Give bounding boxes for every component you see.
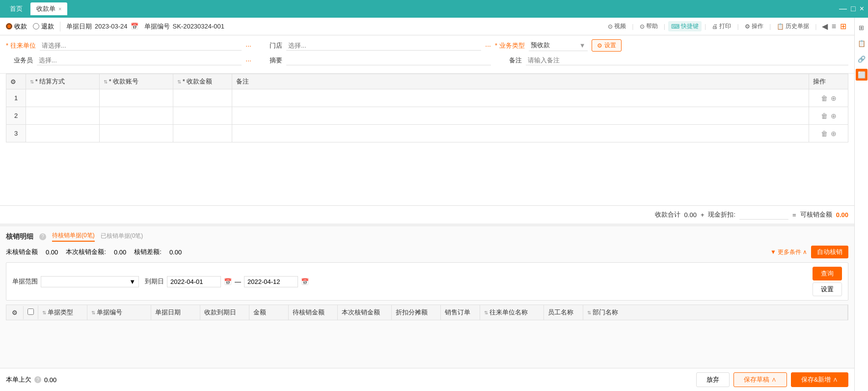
number-field: 单据编号 SK-20230324-001 [144,22,225,31]
row-account-3[interactable] [100,125,173,142]
chevron-up-icon3: ∧ [833,376,838,383]
prev-value: 0.00 [44,376,56,384]
pending-tab[interactable]: 待核销单据(0笔) [52,231,95,242]
row-account-2[interactable] [100,107,173,125]
right-panel-expand-btn[interactable]: ⬜ [856,69,868,81]
row-remark-3[interactable] [232,125,809,142]
partner-input[interactable] [40,41,242,51]
partner-section: * 往来单位 ··· [6,41,251,51]
layout-grid-btn[interactable]: ≡ [830,21,838,32]
abandon-btn[interactable]: 放弃 [696,372,730,387]
history-btn[interactable]: 📋 历史单据 [774,21,812,31]
salesman-more-btn[interactable]: ··· [245,56,251,64]
chevron-down-icon: ▼ [579,42,586,49]
row-amount-3[interactable] [173,125,232,142]
bottom-header-employee: 员工名称 [544,305,583,320]
date-to-input[interactable] [244,276,298,287]
maximize-btn[interactable]: □ [851,4,856,13]
doc-range-label: 单据范围 [12,277,38,286]
minimize-btn[interactable]: — [839,4,847,13]
calendar-icon-2[interactable]: 📅 [301,278,309,285]
bottom-checkbox-col[interactable] [24,306,38,319]
tab-home[interactable]: 首页 [4,2,28,15]
row-settle-1[interactable] [26,89,100,107]
row-delete-btn-1[interactable]: 🗑 [821,94,828,102]
discount-input[interactable] [739,210,788,220]
operation-btn[interactable]: ⚙ 操作 [742,21,766,31]
receipt-radio[interactable]: 收款 [6,22,27,31]
tab-close-btn[interactable]: × [58,6,61,12]
operation-icon: ⚙ [745,23,750,30]
row-remark-1[interactable] [232,89,809,107]
row-delete-btn-2[interactable]: 🗑 [821,112,828,120]
remark-input[interactable] [526,56,848,65]
shop-more-btn[interactable]: ··· [485,42,491,50]
layout-list-btn[interactable]: ◀ [820,21,830,32]
row-copy-btn-1[interactable]: ⊕ [831,94,837,102]
row-settle-2[interactable] [26,107,100,125]
summary-section: 摘要 [255,56,491,65]
right-panel-doc-btn[interactable]: 📋 [856,37,868,49]
action-header: 操作 [809,74,848,89]
remark-header: 备注 [232,74,809,89]
remark-section: 备注 [495,56,848,65]
chevron-down-icon2: ▼ [129,278,136,285]
row-settle-3[interactable] [26,125,100,142]
footer: 本单上欠 ? 0.00 放弃 保存草稿 ∧ 保存&新增 ∧ [0,368,854,391]
row-index-2: 2 [6,107,26,125]
gear-header[interactable]: ⚙ [6,74,26,89]
refund-radio[interactable]: 退款 [33,22,54,31]
bottom-header-doc-date: 单据日期 [151,305,200,320]
bottom-gear-col[interactable]: ⚙ [6,306,24,319]
auto-reconcile-btn[interactable]: 自动核销 [811,246,848,258]
table-row: 2 🗑 ⊕ [6,107,848,125]
row-amount-2[interactable] [173,107,232,125]
row-copy-btn-2[interactable]: ⊕ [831,112,837,120]
help-btn[interactable]: ⊙ 帮助 [637,21,661,31]
more-conditions-btn[interactable]: ▼ 更多条件 ∧ [770,248,807,256]
summary-label: 摘要 [255,56,282,65]
tab-active[interactable]: 收款单 × [30,2,67,15]
prev-info-icon[interactable]: ? [34,376,41,383]
summary-input[interactable] [286,56,491,65]
calendar-icon-1[interactable]: 📅 [224,278,232,285]
unchecked-label: 未核销金额 [6,248,38,256]
query-btn[interactable]: 查询 [813,267,842,280]
summary-row: 收款合计 0.00 + 现金折扣: = 可核销金额 0.00 [0,205,854,223]
recon-info-icon[interactable]: ? [39,233,46,240]
right-panel-table-btn[interactable]: ⊞ [856,22,868,33]
row-delete-btn-3[interactable]: 🗑 [821,130,828,138]
bottom-header-doc-type: ⇅ 单据类型 [38,305,87,320]
close-btn[interactable]: × [860,4,864,13]
total-value: 0.00 [684,211,697,219]
form-area: * 往来单位 ··· 门店 ··· * 业务类型 预收款 ▼ [0,35,854,74]
tab-active-label: 收款单 [36,4,55,13]
print-btn[interactable]: 🖨 打印 [709,21,734,31]
layout-tile-btn[interactable]: ⊞ [838,21,848,32]
biz-type-select[interactable]: 预收款 ▼ [529,40,588,51]
video-btn[interactable]: ⊙ 视频 [605,21,629,31]
completed-tab[interactable]: 已核销单据(0笔) [101,232,143,241]
settings-btn[interactable]: ⚙ 设置 [592,39,622,52]
partner-more-btn[interactable]: ··· [245,42,251,50]
right-panel-link-btn[interactable]: 🔗 [856,53,868,65]
save-draft-btn[interactable]: 保存草稿 ∧ [733,372,787,387]
doc-range-select[interactable]: ▼ [41,276,139,287]
toolbar-right: ⊙ 视频 | ⊙ 帮助 | ⌨ 快捷键 | 🖨 打印 | [605,21,848,32]
settle-header: ⇅ * 结算方式 [26,74,100,89]
calendar-icon[interactable]: 📅 [131,23,138,30]
date-from-input[interactable] [167,276,221,287]
save-new-btn[interactable]: 保存&新增 ∧ [791,372,848,387]
row-remark-2[interactable] [232,107,809,125]
shop-input[interactable] [286,41,481,51]
row-account-1[interactable] [100,89,173,107]
bottom-header-sales-order: 销售订单 [441,305,480,320]
sort-icon2: ⇅ [104,79,109,84]
row-amount-1[interactable] [173,89,232,107]
row-copy-btn-3[interactable]: ⊕ [831,130,837,138]
date-value[interactable]: 2023-03-24 [95,23,128,30]
shortcut-btn[interactable]: ⌨ 快捷键 [668,21,702,31]
salesman-input[interactable] [37,56,242,65]
settings-query-btn[interactable]: 设置 [813,282,842,296]
current-value: 0.00 [114,249,126,256]
